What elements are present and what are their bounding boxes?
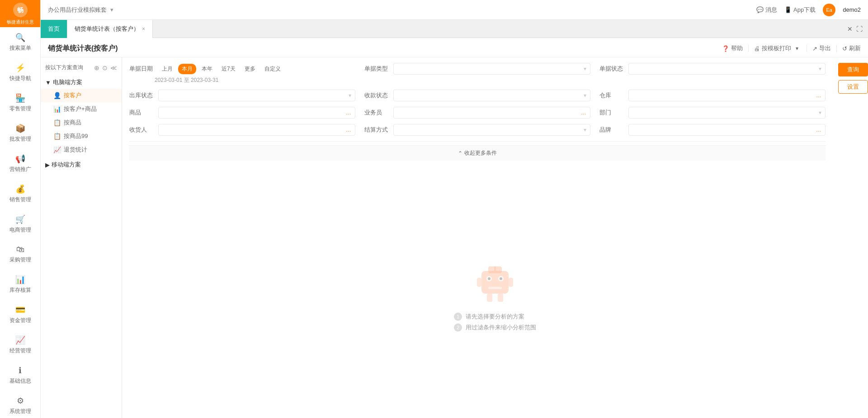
sidebar-item-10[interactable]: 📈经营管理 bbox=[9, 330, 31, 360]
message-icon: 💬 bbox=[756, 6, 764, 13]
scheme-edit-icon[interactable]: ⊙ bbox=[102, 64, 108, 71]
sidebar-item-label-9: 资金管理 bbox=[9, 317, 31, 324]
salesperson-control[interactable]: … bbox=[393, 107, 590, 119]
scheme-customer-icon: 👤 bbox=[53, 92, 61, 99]
print-arrow-icon[interactable]: ▾ bbox=[793, 43, 801, 53]
avatar[interactable]: Ea bbox=[823, 4, 835, 16]
tip-text-2: 用过滤条件来缩小分析范围 bbox=[466, 323, 536, 332]
receiver-label: 收货人 bbox=[129, 126, 155, 134]
tab-close-icon[interactable]: × bbox=[142, 26, 145, 32]
collection-label: 收款状态 bbox=[364, 91, 390, 100]
print-button[interactable]: 🖨 按模板打印 ▾ bbox=[754, 43, 801, 53]
sidebar-item-8[interactable]: 📊库存核算 bbox=[9, 269, 31, 299]
svg-text:畅: 畅 bbox=[17, 6, 24, 14]
warehouse-more: … bbox=[816, 92, 821, 99]
page-actions: ❓ 帮助 🖨 按模板打印 ▾ ↗ 导出 bbox=[722, 43, 861, 53]
sidebar-item-12[interactable]: ⚙系统管理 bbox=[9, 390, 31, 418]
brand-label: 品牌 bbox=[599, 126, 625, 134]
help-button[interactable]: ❓ 帮助 bbox=[722, 44, 743, 52]
sidebar-item-2[interactable]: 🏪零售管理 bbox=[9, 88, 31, 118]
payment-label: 结算方式 bbox=[364, 126, 390, 134]
scheme-group-mobile-header[interactable]: ▶ 移动端方案 bbox=[41, 158, 122, 171]
receiver-more: … bbox=[346, 127, 351, 133]
salesperson-more: … bbox=[581, 109, 586, 116]
tip-num-1: 1 bbox=[454, 313, 462, 321]
tip-text-1: 请先选择要分析的方案 bbox=[466, 313, 524, 321]
salesperson-label: 业务员 bbox=[364, 109, 390, 117]
filter-item-out-status: 出库状态 ▾ bbox=[129, 90, 355, 101]
last7-btn[interactable]: 近7天 bbox=[218, 64, 239, 74]
sidebar-item-6[interactable]: 🛒电商管理 bbox=[9, 209, 31, 239]
scheme-item-goods[interactable]: 📋 按商品 bbox=[41, 116, 122, 129]
scheme-add-icon[interactable]: ⊕ bbox=[94, 64, 99, 71]
app-download-button[interactable]: 📱 App下载 bbox=[784, 6, 816, 14]
settings-button[interactable]: 设置 bbox=[838, 80, 868, 94]
scheme-item-customer[interactable]: 👤 按客户 bbox=[41, 89, 122, 102]
sidebar-items-list: 🔍搜索菜单⚡快捷导航🏪零售管理📦批发管理📢营销推广💰销售管理🛒电商管理🛍采购管理… bbox=[9, 27, 31, 418]
brand-more: … bbox=[816, 127, 821, 133]
empty-tip-1: 1 请先选择要分析的方案 bbox=[454, 313, 536, 321]
tab-home[interactable]: 首页 bbox=[41, 20, 67, 38]
header-left: 办公用品行业模拟账套 ▾ bbox=[48, 6, 113, 14]
custom-btn[interactable]: 自定义 bbox=[261, 64, 284, 74]
print-label: 按模板打印 bbox=[762, 44, 791, 52]
refresh-button[interactable]: ↺ 刷新 bbox=[842, 44, 861, 52]
sidebar-item-icon-5: 💰 bbox=[15, 184, 25, 194]
window-maximize-icon[interactable]: ⛶ bbox=[856, 25, 863, 33]
sidebar-item-0[interactable]: 🔍搜索菜单 bbox=[9, 27, 31, 57]
sidebar-item-4[interactable]: 📢营销推广 bbox=[9, 148, 31, 179]
out-status-control[interactable]: ▾ bbox=[158, 90, 355, 101]
filter-section: 单据日期 上月 本月 本年 近7天 更多 自定义 bbox=[122, 57, 833, 166]
app-download-label: App下载 bbox=[793, 6, 816, 14]
phone-icon: 📱 bbox=[784, 6, 792, 13]
sidebar-item-label-2: 零售管理 bbox=[9, 105, 31, 113]
order-status-label: 单据状态 bbox=[599, 65, 625, 73]
brand-control[interactable]: … bbox=[628, 124, 826, 136]
svg-point-7 bbox=[488, 277, 491, 280]
refresh-icon: ↺ bbox=[842, 45, 847, 52]
export-button[interactable]: ↗ 导出 bbox=[812, 44, 831, 52]
tab-home-label: 首页 bbox=[48, 25, 60, 33]
last-month-btn[interactable]: 上月 bbox=[158, 64, 176, 74]
sidebar-item-3[interactable]: 📦批发管理 bbox=[9, 118, 31, 148]
message-button[interactable]: 💬 消息 bbox=[756, 6, 777, 14]
this-year-btn[interactable]: 本年 bbox=[198, 64, 216, 74]
payment-control[interactable]: ▾ bbox=[393, 124, 590, 136]
more-btn[interactable]: 更多 bbox=[241, 64, 259, 74]
sidebar-item-label-12: 系统管理 bbox=[9, 408, 31, 415]
filter-item-salesperson: 业务员 … bbox=[364, 107, 590, 119]
query-button[interactable]: 查询 bbox=[838, 63, 868, 76]
svg-rect-9 bbox=[488, 287, 502, 289]
sidebar-item-5[interactable]: 💰销售管理 bbox=[9, 179, 31, 209]
receiver-control[interactable]: … bbox=[158, 124, 355, 136]
filter-area: 单据日期 上月 本月 本年 近7天 更多 自定义 bbox=[122, 57, 833, 166]
scheme-item-goods99[interactable]: 📋 按商品99 bbox=[41, 129, 122, 143]
goods-control[interactable]: … bbox=[158, 107, 355, 119]
scheme-collapse-icon[interactable]: ≪ bbox=[110, 64, 117, 71]
collapse-bar[interactable]: ⌃ 收起更多条件 bbox=[129, 145, 826, 161]
order-type-control[interactable]: ▾ bbox=[393, 63, 590, 75]
order-status-control[interactable]: ▾ bbox=[628, 63, 826, 75]
scheme-group-expand-icon: ▼ bbox=[45, 79, 51, 86]
warehouse-control[interactable]: … bbox=[628, 90, 826, 101]
collapse-up-icon: ⌃ bbox=[458, 150, 462, 157]
scheme-item-customer-goods[interactable]: 📊 按客户+商品 bbox=[41, 102, 122, 116]
collection-control[interactable]: ▾ bbox=[393, 90, 590, 101]
sidebar-item-label-6: 电商管理 bbox=[9, 226, 31, 234]
window-close-icon[interactable]: ✕ bbox=[847, 25, 853, 33]
this-month-btn[interactable]: 本月 bbox=[178, 64, 196, 74]
tab-active[interactable]: 销货单统计表（按客户） × bbox=[67, 20, 153, 38]
payment-arrow: ▾ bbox=[584, 127, 586, 133]
scheme-item-customer-label: 按客户 bbox=[64, 91, 81, 100]
industry-dropdown-icon[interactable]: ▾ bbox=[110, 6, 113, 13]
date-label: 单据日期 bbox=[129, 65, 155, 73]
scheme-group-desktop-label: 电脑端方案 bbox=[53, 78, 82, 86]
department-control[interactable]: ▾ bbox=[628, 107, 826, 119]
scheme-item-return[interactable]: 📈 退货统计 bbox=[41, 143, 122, 157]
sidebar-item-7[interactable]: 🛍采购管理 bbox=[9, 239, 31, 269]
scheme-group-desktop-header[interactable]: ▼ 电脑端方案 bbox=[41, 76, 122, 89]
sidebar-item-1[interactable]: ⚡快捷导航 bbox=[9, 57, 31, 88]
sidebar-item-11[interactable]: ℹ基础信息 bbox=[9, 360, 31, 390]
sidebar-item-9[interactable]: 💳资金管理 bbox=[9, 299, 31, 330]
sidebar-item-label-7: 采购管理 bbox=[9, 256, 31, 264]
